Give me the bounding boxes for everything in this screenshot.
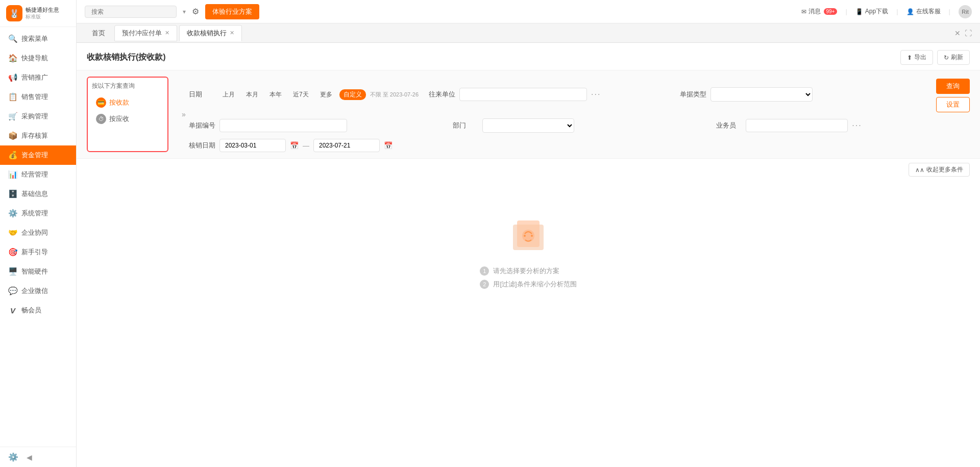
sidebar-item-wechat[interactable]: 💬 企业微信 (0, 281, 76, 301)
date-no-limit-text: 不限 至 2023-07-26 (370, 91, 419, 99)
filter-option-receivable[interactable]: ⏱ 按应收 (92, 111, 163, 127)
sidebar-item-basic[interactable]: 🗄️ 基础信息 (0, 184, 76, 204)
online-service-btn[interactable]: 👤 在线客服 (906, 7, 941, 16)
calendar-end-icon[interactable]: 📅 (384, 141, 393, 150)
verify-date-start[interactable] (219, 139, 286, 152)
query-actions: 查询 设置 (936, 79, 970, 112)
filter-option-receipt[interactable]: 💳 按收款 (92, 94, 163, 111)
sidebar-item-purchase[interactable]: 🛒 采购管理 (0, 107, 76, 126)
collapse-more-icon: ∧∧ (915, 166, 924, 174)
message-label: 消息 (808, 7, 821, 16)
page-content: 收款核销执行(按收款) ⬆ 导出 ↻ 刷新 按以下方案查询 💳 按收款 (77, 43, 980, 467)
date-no-limit-group: 不限 至 2023-07-26 (370, 91, 419, 99)
counterpart-group: 往来单位 ··· (429, 88, 670, 101)
settings-btn[interactable]: 设置 (936, 97, 970, 112)
search-input[interactable] (85, 6, 177, 18)
empty-state-icon (503, 209, 554, 260)
counterpart-input[interactable] (459, 88, 587, 101)
message-btn[interactable]: ✉ 消息 99+ (801, 7, 838, 16)
query-btn[interactable]: 查询 (936, 79, 970, 94)
doc-type-label: 单据类型 (680, 90, 706, 99)
sidebar-item-inventory[interactable]: 📦 库存核算 (0, 126, 76, 145)
sidebar-item-cooperation[interactable]: 🤝 企业协同 (0, 223, 76, 242)
filter-row-3: 核销日期 📅 — 📅 (189, 139, 970, 152)
shortcut-last-month[interactable]: 上月 (218, 89, 239, 100)
top-bar: ▾ ⚙ 体验行业方案 ✉ 消息 99+ | 📱 App下载 | 👤 在线客服 |… (77, 0, 980, 23)
receipt-option-icon: 💳 (96, 97, 106, 108)
user-avatar[interactable]: Rit (959, 5, 972, 18)
verify-date-label: 核销日期 (189, 141, 215, 150)
tab-home[interactable]: 首页 (85, 26, 112, 41)
staff-input[interactable] (746, 119, 848, 132)
collapse-more-label: 收起更多条件 (926, 165, 963, 174)
tabs-bar: 首页 预付冲应付单 ✕ 收款核销执行 ✕ ✕ ⛶ (77, 23, 980, 43)
sidebar-item-finance[interactable]: 💰 资金管理 (0, 145, 76, 165)
hardware-icon: 🖥️ (8, 267, 17, 276)
shortcut-this-year[interactable]: 本年 (265, 89, 286, 100)
shortcut-more[interactable]: 更多 (316, 89, 336, 100)
tab-close-icon[interactable]: ✕ (165, 30, 169, 36)
dept-select[interactable] (482, 118, 574, 133)
shortcut-7days[interactable]: 近7天 (289, 89, 313, 100)
sidebar-item-label: 搜索菜单 (21, 34, 48, 43)
counterpart-more-icon[interactable]: ··· (591, 90, 601, 99)
dropdown-icon[interactable]: ▾ (183, 8, 186, 15)
business-icon: 📊 (8, 170, 17, 179)
collapse-sidebar-icon[interactable]: ◀ (27, 453, 32, 461)
page-actions: ⬆ 导出 ↻ 刷新 (900, 50, 970, 65)
sidebar-item-system[interactable]: ⚙️ 系统管理 (0, 204, 76, 223)
cooperation-icon: 🤝 (8, 228, 17, 237)
collapse-filter-icon[interactable]: » (179, 99, 189, 130)
staff-more-icon[interactable]: ··· (852, 121, 862, 130)
export-btn[interactable]: ⬆ 导出 (900, 50, 933, 65)
doc-type-select[interactable] (710, 87, 813, 102)
sidebar-item-sales[interactable]: 📋 销售管理 (0, 87, 76, 107)
dept-group: 部门 (453, 118, 706, 133)
sidebar-item-search[interactable]: 🔍 搜索菜单 (0, 29, 76, 48)
logo-line1: 畅捷通好生意 (26, 6, 59, 13)
close-window-icon[interactable]: ✕ (954, 29, 961, 37)
verify-date-end[interactable] (313, 139, 380, 152)
tab-receipt-verify[interactable]: 收款核销执行 ✕ (179, 25, 242, 41)
refresh-btn[interactable]: ↻ 刷新 (937, 50, 970, 65)
main-content: ▾ ⚙ 体验行业方案 ✉ 消息 99+ | 📱 App下载 | 👤 在线客服 |… (77, 0, 980, 467)
shortcut-this-month[interactable]: 本月 (242, 89, 262, 100)
tab-close-active-icon[interactable]: ✕ (230, 30, 234, 36)
sidebar-item-guide[interactable]: 🎯 新手引导 (0, 242, 76, 262)
collapse-more-btn[interactable]: ∧∧ 收起更多条件 (909, 163, 970, 177)
shortcut-custom[interactable]: 自定义 (339, 89, 366, 100)
counterpart-label: 往来单位 (429, 90, 455, 99)
empty-hints: 1 请先选择要分析的方案 2 用[过滤]条件来缩小分析范围 (480, 266, 576, 289)
top-bar-left: ▾ ⚙ 体验行业方案 (85, 4, 259, 19)
app-logo-icon: 🐰 (6, 5, 22, 21)
filter-scheme-box: 按以下方案查询 💳 按收款 ⏱ 按应收 (87, 77, 168, 152)
calendar-start-icon[interactable]: 📅 (290, 141, 299, 150)
divider3: | (949, 8, 950, 15)
sidebar: 🐰 畅捷通好生意 标准版 🔍 搜索菜单 🏠 快捷导航 📢 营销推广 📋 销售管理… (0, 0, 77, 467)
app-download-btn[interactable]: 📱 App下载 (855, 7, 888, 16)
staff-group: 业务员 ··· (716, 119, 970, 132)
settings-bottom-icon[interactable]: ⚙️ (8, 452, 18, 462)
sidebar-item-quick-nav[interactable]: 🏠 快捷导航 (0, 48, 76, 68)
sidebar-item-label: 资金管理 (21, 151, 48, 160)
gear-icon[interactable]: ⚙ (192, 7, 199, 16)
tab-prepay[interactable]: 预付冲应付单 ✕ (114, 25, 177, 41)
date-group: 日期 上月 本月 本年 近7天 更多 自定义 不限 至 2023-07-26 (189, 89, 419, 100)
online-service-label: 在线客服 (916, 7, 941, 16)
sidebar-item-hardware[interactable]: 🖥️ 智能硬件 (0, 262, 76, 281)
date-shortcuts: 上月 本月 本年 近7天 更多 自定义 (218, 89, 366, 100)
industry-btn[interactable]: 体验行业方案 (205, 4, 259, 19)
sidebar-item-member[interactable]: V 畅会员 (0, 301, 76, 320)
system-icon: ⚙️ (8, 209, 17, 218)
doc-num-input[interactable] (219, 119, 347, 132)
basic-icon: 🗄️ (8, 189, 17, 199)
expand-window-icon[interactable]: ⛶ (965, 29, 972, 37)
svg-point-3 (524, 235, 526, 237)
finance-icon: 💰 (8, 151, 17, 160)
doc-type-group: 单据类型 (680, 87, 921, 102)
sidebar-item-label: 经营管理 (21, 170, 48, 179)
hint-text-1: 请先选择要分析的方案 (493, 266, 559, 276)
filter-form: 日期 上月 本月 本年 近7天 更多 自定义 不限 至 2023-07-26 (189, 77, 970, 152)
sidebar-item-business[interactable]: 📊 经营管理 (0, 165, 76, 184)
sidebar-item-marketing[interactable]: 📢 营销推广 (0, 68, 76, 87)
